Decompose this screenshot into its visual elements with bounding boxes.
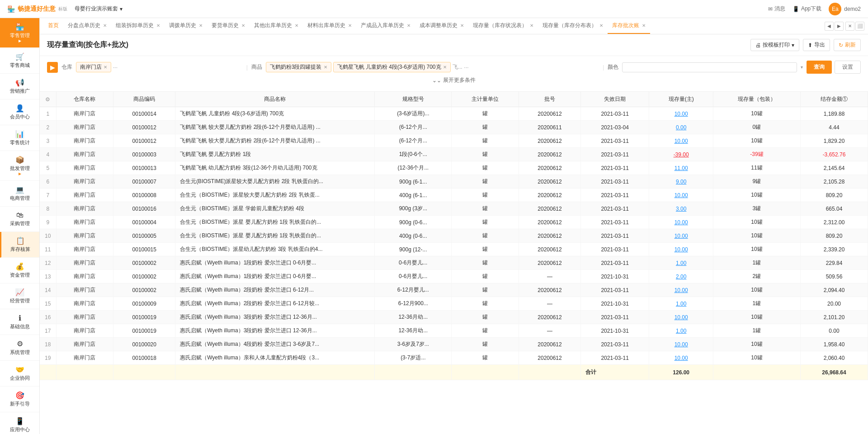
product-tag-1[interactable]: 飞鹤奶粉3段四罐提装 ✕ [266,62,331,72]
tab-stock-batch[interactable]: 库存批次账 ✕ [608,18,650,34]
tab-stock-dist[interactable]: 现存量（库存分布表） ✕ [538,18,608,34]
row-expire: 2021-03-11 [580,216,649,229]
user-menu[interactable]: Ea demo2 [829,3,861,15]
print-button[interactable]: 🖨 按模板打印 ▾ [750,39,799,51]
tab-close-8[interactable]: ✕ [460,23,464,28]
row-qty-main[interactable]: 10.00 [649,283,713,297]
warehouse-tag-nannan[interactable]: 南岸门店 ✕ [76,62,111,72]
sidebar-item-marketing[interactable]: 📢 营销推广 [0,74,39,99]
refresh-button[interactable]: ↻ 刷新 [834,39,861,51]
row-qty-main[interactable]: 0.00 [649,121,713,134]
sidebar-item-guide[interactable]: 🎯 新手引导 [0,387,39,412]
tab-close-9[interactable]: ✕ [530,23,533,28]
tab-home[interactable]: 首页 [43,18,63,34]
sidebar-item-inventory[interactable]: 📋 库存核算 [0,232,39,258]
tab-close-11[interactable]: ✕ [642,23,646,28]
product-more-dots[interactable]: ··· [464,64,469,71]
expand-more-button[interactable]: ⌄⌄ 展开更多条件 [432,76,476,84]
row-qty-main[interactable]: 10.00 [649,134,713,148]
row-qty-main[interactable]: 10.00 [649,216,713,229]
tab-order[interactable]: 要货单历史 ✕ [207,18,250,34]
sidebar-item-app-center[interactable]: 📱 应用中心 [0,412,39,434]
tab-close-5[interactable]: ✕ [295,23,298,28]
row-qty-main[interactable]: 1.00 [649,297,713,311]
tab-close-2[interactable]: ✕ [156,23,160,28]
tab-stock-status[interactable]: 现存量（库存状况表） ✕ [468,18,538,34]
nav-prev-btn[interactable]: ◀ [825,22,834,31]
row-name: 合生元（BIOSTIME）派星较大婴儿配方奶粉 2段 乳铁蛋... [175,189,375,202]
row-batch: 20200612 [519,338,581,351]
sidebar-item-retail-management[interactable]: 🏪 零售管理 ▶ [0,18,39,48]
product-more-text[interactable]: 飞... [453,63,462,71]
account-dropdown[interactable]: 母婴行业演示账套 ▾ [75,5,123,13]
row-qty-main[interactable]: 2.00 [649,270,713,283]
row-qty-main[interactable]: 10.00 [649,229,713,243]
tab-close-7[interactable]: ✕ [407,23,410,28]
row-no: 13 [40,270,56,283]
tab-finished-in[interactable]: 产成品入库单历史 ✕ [356,18,415,34]
product-tag-1-close[interactable]: ✕ [324,65,327,70]
row-qty-main[interactable]: 10.00 [649,243,713,256]
refresh-label: 刷新 [845,41,856,49]
tab-close-1[interactable]: ✕ [103,23,107,28]
row-qty-main[interactable]: 10.00 [649,351,713,365]
purchase-icon: 🛍 [3,211,37,219]
row-no: 14 [40,283,56,297]
sidebar-item-enterprise[interactable]: 🤝 企业协同 [0,361,39,387]
tab-close-3[interactable]: ✕ [199,23,203,28]
sidebar-item-finance[interactable]: 💰 资金管理 [0,258,39,283]
row-qty-main[interactable]: 3.00 [649,202,713,216]
tab-cost-adjust[interactable]: 成本调整单历史 ✕ [415,18,468,34]
row-no: 3 [40,134,56,148]
tab-outbound[interactable]: 其他出库单历史 ✕ [250,18,303,34]
tab-disassembly[interactable]: 组装拆卸单历史 ✕ [111,18,165,34]
tab-transfer[interactable]: 调拨单历史 ✕ [165,18,207,34]
row-qty-main[interactable]: 1.00 [649,256,713,270]
settings-button[interactable]: 设置 [835,61,861,74]
nav-close-all-btn[interactable]: ✕ [845,22,854,31]
product-tag-2[interactable]: 飞鹤星飞帆 儿童奶粉 4段(3-6岁适用) 700克 ✕ [333,62,451,72]
sidebar-item-system[interactable]: ⚙ 系统管理 [0,335,39,361]
tab-material-out[interactable]: 材料出库单历史 ✕ [303,18,356,34]
app-download-button[interactable]: 📱 App下载 [793,5,821,13]
row-qty-main[interactable]: 10.00 [649,107,713,121]
col-settings[interactable]: ⚙ [40,92,56,107]
sidebar-item-member[interactable]: 👤 会员中心 [0,99,39,125]
tab-close-4[interactable]: ✕ [241,23,245,28]
nav-next-btn[interactable]: ▶ [835,22,844,31]
row-qty-main[interactable]: 10.00 [649,189,713,202]
warehouse-tag-close[interactable]: ✕ [104,65,107,70]
color-filter-arrow[interactable]: ▾ [801,65,803,70]
tab-inventory-check[interactable]: 分盘点单历史 ✕ [63,18,111,34]
warehouse-more[interactable]: ··· [113,64,118,71]
row-qty-main[interactable]: 10.00 [649,311,713,324]
row-qty-main[interactable]: 9.00 [649,175,713,189]
tab-close-6[interactable]: ✕ [348,23,352,28]
row-qty-main[interactable]: 11.00 [649,161,713,175]
row-qty-pkg: 10罐 [713,351,800,365]
sidebar-item-operations[interactable]: 📈 经营管理 [0,283,39,309]
row-warehouse: 南岸门店 [56,256,113,270]
product-tag-2-close[interactable]: ✕ [443,65,447,70]
sidebar-label-wholesale: 批发管理 [3,165,37,172]
message-button[interactable]: ✉ 消息 [768,5,785,13]
row-qty-main[interactable]: 1.00 [649,324,713,338]
header-actions: 🖨 按模板打印 ▾ ⬆ 导出 ↻ 刷新 [750,39,861,51]
sidebar-item-basic-info[interactable]: ℹ 基础信息 [0,309,39,335]
row-qty-main[interactable]: 10.00 [649,338,713,351]
sidebar-item-purchase[interactable]: 🛍 采购管理 [0,207,39,232]
nav-maximize-btn[interactable]: ⬜ [855,22,864,31]
color-filter-input[interactable] [622,62,797,72]
query-button[interactable]: 查询 [807,61,832,74]
row-amount: 229.84 [800,256,868,270]
tab-close-10[interactable]: ✕ [599,23,603,28]
settings-icon[interactable]: ⚙ [45,96,50,103]
row-qty-main[interactable]: -39.00 [649,148,713,161]
filter-expand-button[interactable]: ▶ [47,62,58,73]
export-button[interactable]: ⬆ 导出 [803,39,830,51]
app-center-icon: 📱 [3,417,37,425]
sidebar-item-wholesale[interactable]: 📦 批发管理 ▶ [0,151,39,181]
sidebar-item-ecommerce[interactable]: 💻 电商管理 [0,181,39,207]
sidebar-item-retail-mall[interactable]: 🛒 零售商城 [0,48,39,74]
sidebar-item-retail-stats[interactable]: 📊 零售统计 [0,125,39,151]
